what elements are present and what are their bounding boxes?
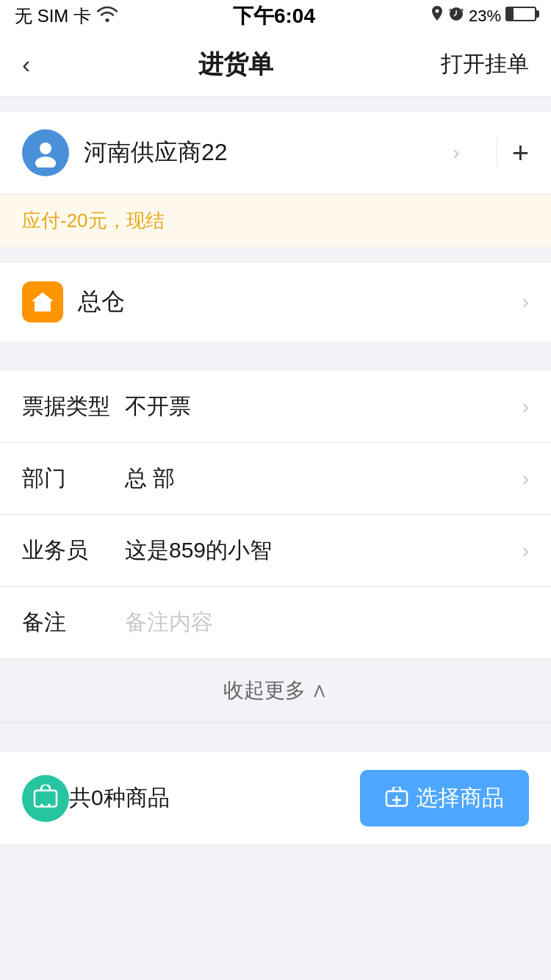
department-label: 部门: [22, 464, 110, 494]
alarm-icon: [448, 6, 464, 26]
invoice-label: 票据类型: [22, 392, 110, 422]
battery-text: 23%: [469, 7, 501, 26]
collapse-text: 收起更多 ∧: [223, 677, 328, 705]
department-row[interactable]: 部门 总 部 ›: [0, 443, 551, 515]
status-time: 下午6:04: [233, 2, 315, 30]
cart-icon: [32, 785, 60, 813]
add-supplier-button[interactable]: +: [512, 138, 529, 167]
svg-rect-2: [35, 790, 57, 807]
svg-point-4: [48, 804, 51, 807]
invoice-row[interactable]: 票据类型 不开票 ›: [0, 371, 551, 443]
select-product-icon: [385, 787, 408, 810]
page-title: 进货单: [198, 48, 273, 82]
salesperson-label: 业务员: [22, 536, 110, 566]
warehouse-row[interactable]: 总仓 ›: [0, 262, 551, 342]
svg-point-3: [40, 804, 43, 807]
status-left: 无 SIM 卡: [15, 4, 118, 28]
supplier-row[interactable]: 河南供应商22 › +: [0, 112, 551, 195]
wifi-icon: [97, 6, 118, 26]
status-right: 23%: [431, 6, 536, 26]
svg-point-0: [40, 143, 51, 154]
remark-input[interactable]: 备注内容: [125, 608, 529, 638]
nav-bar: ‹ 进货单 打开挂单: [0, 32, 551, 97]
gap-3: [0, 342, 551, 356]
house-icon: [30, 289, 55, 314]
warehouse-icon: [22, 281, 63, 323]
open-pending-button[interactable]: 打开挂单: [441, 49, 529, 79]
supplier-section: 河南供应商22 › + 应付-20元，现结: [0, 112, 551, 247]
select-product-button[interactable]: 选择商品: [360, 770, 529, 826]
vertical-divider: [497, 138, 497, 167]
invoice-chevron-icon: ›: [522, 395, 529, 419]
select-product-label: 选择商品: [416, 783, 504, 813]
salesperson-chevron-icon: ›: [522, 539, 529, 563]
bottom-bar: 共0种商品 选择商品: [0, 752, 551, 844]
warehouse-chevron-icon: ›: [522, 290, 529, 314]
invoice-value: 不开票: [125, 392, 522, 422]
notice-text: 应付-20元，现结: [22, 209, 165, 231]
page-background: [0, 844, 551, 980]
status-bar: 无 SIM 卡 下午6:04 23%: [0, 0, 551, 32]
warehouse-name: 总仓: [78, 286, 522, 318]
battery-icon: [505, 7, 536, 26]
gap-4: [0, 723, 551, 738]
form-section: 票据类型 不开票 › 部门 总 部 › 业务员 这是859的小智 › 备注 备注…: [0, 371, 551, 658]
supplier-chevron-icon: ›: [453, 141, 459, 165]
remark-label: 备注: [22, 608, 110, 638]
notice-bar: 应付-20元，现结: [0, 195, 551, 247]
back-button[interactable]: ‹: [22, 50, 30, 79]
collapse-row[interactable]: 收起更多 ∧: [0, 658, 551, 723]
salesperson-row[interactable]: 业务员 这是859的小智 ›: [0, 515, 551, 587]
supplier-name: 河南供应商22: [84, 137, 453, 169]
svg-point-1: [35, 156, 56, 167]
department-chevron-icon: ›: [522, 467, 529, 491]
gap-2: [0, 247, 551, 262]
salesperson-value: 这是859的小智: [125, 536, 522, 566]
location-icon: [431, 6, 444, 26]
gap-1: [0, 97, 551, 112]
person-icon: [31, 138, 60, 167]
carrier-text: 无 SIM 卡: [15, 4, 91, 28]
product-icon: [22, 775, 69, 822]
supplier-avatar: [22, 129, 69, 176]
department-value: 总 部: [125, 464, 522, 494]
remark-row[interactable]: 备注 备注内容: [0, 587, 551, 658]
warehouse-section: 总仓 ›: [0, 262, 551, 342]
product-count: 共0种商品: [69, 783, 360, 813]
